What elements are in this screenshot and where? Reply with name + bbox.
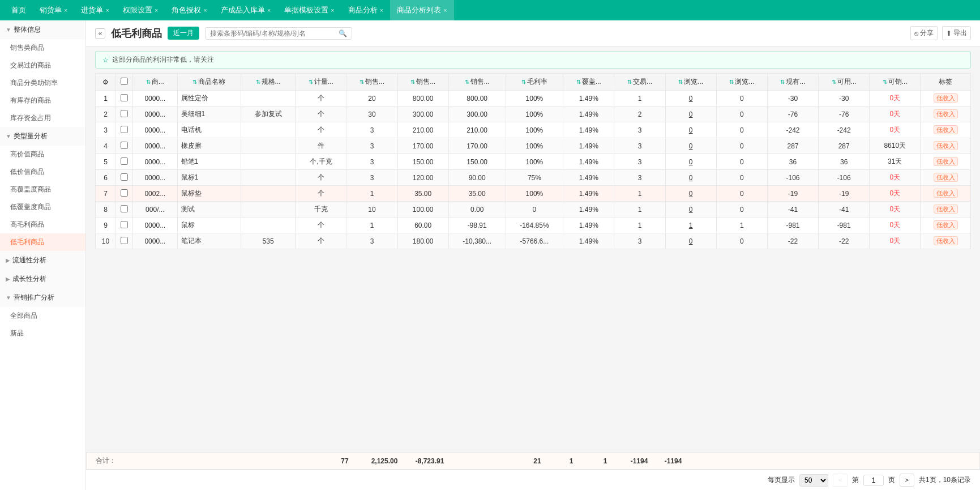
sidebar-item-high-value[interactable]: 高价值商品 [0, 146, 85, 163]
row-select-checkbox[interactable] [121, 126, 128, 133]
browse1-link[interactable]: 0 [689, 158, 693, 166]
nav-product-in[interactable]: 产成品入库单 × [214, 0, 277, 20]
row-browse1[interactable]: 0 [665, 122, 716, 138]
search-icon[interactable]: 🔍 [339, 29, 347, 37]
page-number-input[interactable] [863, 475, 884, 486]
col-sales-amount[interactable]: ⇅销售... [397, 74, 448, 91]
next-page-button[interactable]: ＞ [900, 474, 914, 487]
sidebar-item-traded-goods[interactable]: 交易过的商品 [0, 57, 85, 74]
browse1-link[interactable]: 0 [689, 174, 693, 182]
prev-page-button[interactable]: ＜ [833, 474, 848, 487]
row-checkbox[interactable] [116, 122, 133, 138]
row-select-checkbox[interactable] [121, 157, 128, 165]
col-sales-qty[interactable]: ⇅销售... [346, 74, 397, 91]
row-select-checkbox[interactable] [121, 189, 128, 197]
col-unit[interactable]: ⇅计量... [296, 74, 346, 91]
browse1-link[interactable]: 0 [689, 126, 693, 134]
sidebar-group-circulation[interactable]: ▶ 流通性分析 [0, 251, 85, 270]
row-browse1[interactable]: 0 [665, 91, 716, 106]
browse1-link[interactable]: 0 [689, 142, 693, 150]
row-checkbox[interactable] [116, 202, 133, 218]
col-name[interactable]: ⇅商品名称 [177, 74, 241, 91]
nav-template-settings[interactable]: 单据模板设置 × [277, 0, 341, 20]
row-select-checkbox[interactable] [121, 221, 128, 228]
col-trade-count[interactable]: ⇅交易... [614, 74, 665, 91]
close-icon[interactable]: × [64, 7, 67, 14]
row-select-checkbox[interactable] [121, 110, 128, 117]
row-browse1[interactable]: 0 [665, 138, 716, 154]
close-icon[interactable]: × [105, 7, 109, 14]
browse1-link[interactable]: 0 [689, 110, 693, 118]
row-checkbox[interactable] [116, 106, 133, 122]
row-browse1[interactable]: 0 [665, 170, 716, 186]
row-checkbox[interactable] [116, 218, 133, 233]
col-saleable[interactable]: ⇅可销... [870, 74, 921, 91]
row-select-checkbox[interactable] [121, 237, 128, 244]
row-checkbox[interactable] [116, 91, 133, 106]
search-input[interactable] [210, 29, 339, 37]
row-checkbox[interactable] [116, 138, 133, 154]
row-select-checkbox[interactable] [121, 142, 128, 149]
row-browse1[interactable]: 0 [665, 186, 716, 202]
row-browse1[interactable]: 1 [665, 218, 716, 233]
row-select-checkbox[interactable] [121, 94, 128, 101]
sidebar-item-low-margin[interactable]: 低毛利商品 [0, 233, 85, 251]
sidebar-group-growth[interactable]: ▶ 成长性分析 [0, 270, 85, 288]
row-select-checkbox[interactable] [121, 173, 128, 181]
sidebar-item-sales-goods[interactable]: 销售类商品 [0, 39, 85, 57]
close-icon[interactable]: × [380, 7, 383, 14]
col-available[interactable]: ⇅可用... [819, 74, 870, 91]
browse1-link[interactable]: 0 [689, 206, 693, 214]
nav-permissions[interactable]: 权限设置 × [116, 0, 165, 20]
sidebar-item-low-value[interactable]: 低价值商品 [0, 163, 85, 181]
sidebar-group-type[interactable]: ▼ 类型量分析 [0, 127, 85, 146]
row-browse1[interactable]: 0 [665, 233, 716, 249]
sidebar-item-stock-capital[interactable]: 库存资金占用 [0, 109, 85, 127]
export-button[interactable]: ⬆ 导出 [942, 26, 971, 40]
sidebar-item-new-goods[interactable]: 新品 [0, 325, 85, 342]
col-sales-profit[interactable]: ⇅销售... [448, 74, 506, 91]
sidebar-collapse-button[interactable]: « [95, 28, 105, 39]
row-checkbox[interactable] [116, 186, 133, 202]
sidebar-item-high-margin[interactable]: 高毛利商品 [0, 216, 85, 233]
sidebar-group-marketing[interactable]: ▼ 营销推广分析 [0, 288, 85, 307]
col-coverage[interactable]: ⇅覆盖... [563, 74, 614, 91]
sidebar-group-overall[interactable]: ▼ 整体信息 [0, 20, 85, 39]
sidebar-item-all-goods[interactable]: 全部商品 [0, 307, 85, 325]
col-browse1[interactable]: ⇅浏览... [665, 74, 716, 91]
select-all-checkbox[interactable] [121, 78, 128, 85]
close-icon[interactable]: × [155, 7, 158, 14]
col-browse2[interactable]: ⇅浏览... [716, 74, 767, 91]
nav-sales-order[interactable]: 销货单 × [33, 0, 74, 20]
col-spec[interactable]: ⇅规格... [241, 74, 295, 91]
share-button[interactable]: ⎋ 分享 [910, 26, 938, 40]
sidebar-item-low-coverage[interactable]: 低覆盖度商品 [0, 198, 85, 216]
browse1-link[interactable]: 0 [689, 95, 693, 103]
browse1-link[interactable]: 0 [689, 190, 693, 198]
col-code[interactable]: ⇅商... [133, 74, 178, 91]
row-browse1[interactable]: 0 [665, 202, 716, 218]
row-browse1[interactable]: 0 [665, 154, 716, 170]
nav-role-auth[interactable]: 角色授权 × [165, 0, 213, 20]
browse1-link[interactable]: 1 [689, 221, 693, 229]
nav-product-analysis-list[interactable]: 商品分析列表 × [390, 0, 453, 20]
col-settings[interactable]: ⚙ [96, 74, 116, 91]
sidebar-item-category-sales[interactable]: 商品分类助销率 [0, 74, 85, 92]
nav-home[interactable]: 首页 [5, 0, 33, 20]
close-icon[interactable]: × [267, 7, 271, 14]
close-icon[interactable]: × [203, 7, 207, 14]
close-icon[interactable]: × [331, 7, 334, 14]
sidebar-item-stock-goods[interactable]: 有库存的商品 [0, 92, 85, 109]
nav-product-analysis[interactable]: 商品分析 × [341, 0, 390, 20]
filter-recent-month-button[interactable]: 近一月 [168, 27, 199, 40]
row-browse1[interactable]: 0 [665, 106, 716, 122]
row-checkbox[interactable] [116, 154, 133, 170]
browse1-link[interactable]: 0 [689, 237, 693, 245]
close-icon[interactable]: × [443, 7, 447, 14]
row-checkbox[interactable] [116, 170, 133, 186]
col-current-stock[interactable]: ⇅现有... [767, 74, 818, 91]
col-margin-rate[interactable]: ⇅毛利率 [506, 74, 563, 91]
nav-purchase-order[interactable]: 进货单 × [74, 0, 115, 20]
per-page-select[interactable]: 50 20 100 [799, 474, 828, 487]
row-checkbox[interactable] [116, 233, 133, 249]
